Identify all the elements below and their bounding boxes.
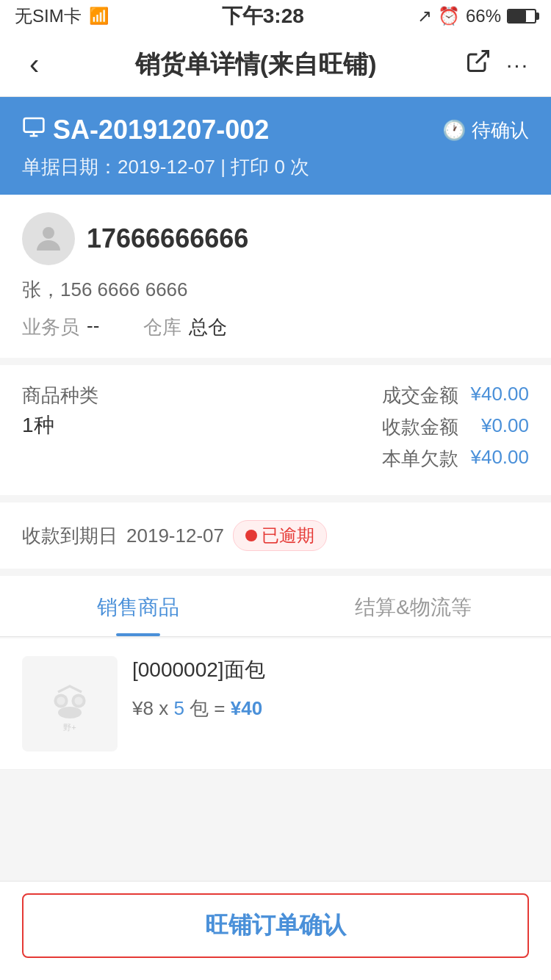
page-title: 销货单详情(来自旺铺)	[135, 48, 377, 82]
alarm-icon: ⏰	[438, 6, 460, 26]
more-icon[interactable]: ···	[506, 52, 529, 77]
customer-name: 张，156 6666 6666	[22, 277, 529, 303]
tab-settlement-logistics[interactable]: 结算&物流等	[276, 576, 551, 636]
stats-card: 商品种类 1种 成交金额 ¥40.00 收款金额 ¥0.00 本单欠款 ¥40.…	[0, 365, 551, 495]
customer-avatar	[22, 212, 75, 265]
customer-card: 17666666666 张，156 6666 6666 业务员 -- 仓库 总仓	[0, 195, 551, 358]
price-unit: ¥8	[132, 697, 154, 719]
status-left: 无SIM卡 📶	[15, 4, 109, 28]
deal-amount-value: ¥40.00	[470, 383, 529, 408]
customer-meta: 业务员 -- 仓库 总仓	[22, 314, 529, 340]
due-date-label: 收款到期日	[22, 523, 118, 549]
tab-sales-products[interactable]: 销售商品	[0, 576, 276, 636]
svg-rect-1	[24, 118, 44, 132]
received-amount-row: 收款金额 ¥0.00	[382, 414, 529, 440]
nav-actions: ···	[465, 48, 529, 81]
status-bar: 无SIM卡 📶 下午3:28 ↗ ⏰ 66%	[0, 0, 551, 32]
salesperson-label: 业务员	[22, 314, 79, 340]
overdue-dot-icon	[245, 530, 257, 541]
battery-percent: 66%	[466, 6, 501, 26]
product-quantity: 5	[173, 697, 184, 719]
tabs: 销售商品 结算&物流等	[0, 576, 551, 637]
balance-value: ¥40.00	[470, 446, 529, 472]
salesperson-item: 业务员 --	[22, 314, 99, 340]
product-thumbnail: 野+	[22, 656, 118, 752]
due-date-value: 2019-12-07	[126, 525, 224, 547]
svg-point-5	[57, 696, 65, 705]
received-amount-label: 收款金额	[382, 414, 458, 440]
warehouse-label: 仓库	[143, 314, 181, 340]
salesperson-value: --	[87, 314, 99, 340]
deal-amount-row: 成交金额 ¥40.00	[382, 383, 529, 408]
battery-icon	[507, 9, 536, 24]
overdue-badge: 已逾期	[233, 520, 327, 551]
warehouse-item: 仓库 总仓	[143, 314, 227, 340]
location-icon: ↗	[417, 6, 432, 26]
balance-row: 本单欠款 ¥40.00	[382, 446, 529, 472]
order-id: SA-20191207-002	[22, 115, 269, 145]
equals-sign: =	[214, 697, 230, 719]
back-button[interactable]: ‹	[22, 40, 46, 88]
svg-point-2	[43, 227, 54, 239]
share-icon[interactable]	[465, 48, 491, 81]
amounts-section: 成交金额 ¥40.00 收款金额 ¥0.00 本单欠款 ¥40.00	[382, 383, 529, 478]
product-type-label: 商品种类	[22, 383, 98, 408]
product-type-count: 1种	[22, 411, 98, 439]
order-status: 🕐 待确认	[442, 118, 529, 143]
due-date-card: 收款到期日 2019-12-07 已逾期	[0, 502, 551, 569]
product-price: ¥8 x 5 包 = ¥40	[132, 696, 529, 721]
balance-label: 本单欠款	[382, 446, 458, 472]
product-total: ¥40	[231, 697, 262, 719]
svg-line-0	[476, 51, 489, 64]
product-type-section: 商品种类 1种	[22, 383, 98, 439]
product-list: 野+ [0000002]面包 ¥8 x 5 包 = ¥40	[0, 638, 551, 770]
svg-point-6	[74, 696, 82, 705]
received-amount-value: ¥0.00	[481, 414, 529, 440]
clock-icon: 🕐	[442, 119, 466, 142]
product-item: 野+ [0000002]面包 ¥8 x 5 包 = ¥40	[0, 638, 551, 770]
overdue-label: 已逾期	[262, 524, 314, 547]
product-name: [0000002]面包	[132, 656, 529, 684]
warehouse-value: 总仓	[189, 314, 227, 340]
bottom-bar: 旺铺订单确认	[0, 881, 551, 980]
nav-bar: ‹ 销货单详情(来自旺铺) ···	[0, 32, 551, 97]
product-info: [0000002]面包 ¥8 x 5 包 = ¥40	[132, 656, 529, 752]
customer-phone: 17666666666	[87, 223, 248, 254]
svg-point-7	[58, 707, 82, 718]
price-separator: x	[159, 697, 173, 719]
order-date: 单据日期：2019-12-07 | 打印 0 次	[22, 154, 529, 180]
order-id-row: SA-20191207-002 🕐 待确认	[22, 115, 529, 145]
svg-text:野+: 野+	[63, 723, 76, 732]
wifi-icon: 📶	[89, 7, 109, 26]
status-time: 下午3:28	[222, 2, 304, 30]
deal-amount-label: 成交金额	[382, 383, 458, 408]
carrier-label: 无SIM卡	[15, 4, 82, 28]
order-icon	[22, 115, 46, 145]
confirm-order-button[interactable]: 旺铺订单确认	[22, 893, 529, 958]
order-header: SA-20191207-002 🕐 待确认 单据日期：2019-12-07 | …	[0, 97, 551, 195]
unit-label: 包	[190, 697, 209, 719]
status-right: ↗ ⏰ 66%	[417, 6, 536, 26]
customer-row: 17666666666	[22, 212, 529, 265]
